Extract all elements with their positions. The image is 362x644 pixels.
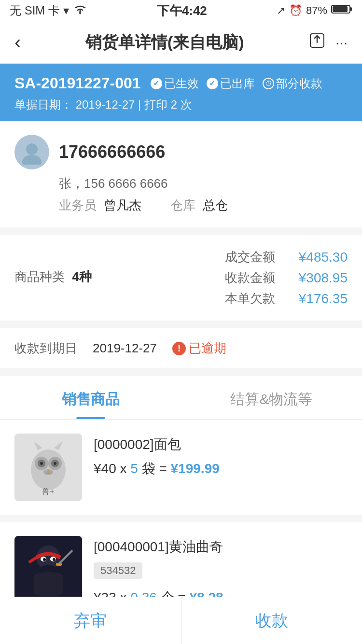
avatar: [14, 135, 49, 169]
stats-row-owed: 本单欠款 ¥176.35: [225, 290, 348, 307]
stats-row-deal: 成交金额 ¥485.30: [225, 249, 348, 266]
badge-activated: ✓ 已生效: [151, 76, 199, 91]
check-icon-1: ✓: [151, 78, 162, 89]
location-icon: ↗: [277, 4, 285, 17]
category-count: 4种: [72, 269, 91, 284]
battery-icon: [331, 4, 352, 17]
svg-rect-2: [350, 7, 352, 11]
stats-left: 商品种类 4种: [14, 249, 92, 307]
stats-row-collected: 收款金额 ¥308.95: [225, 269, 348, 286]
product-info-1: [0000002]面包 ¥40 x 5 袋 = ¥199.99: [94, 434, 348, 478]
tabs-section: 销售商品 结算&物流等: [0, 376, 362, 420]
more-icon[interactable]: ···: [335, 34, 348, 51]
confirm-button[interactable]: 收款: [181, 597, 362, 644]
battery-level: 87%: [306, 4, 327, 17]
order-header: SA-20191227-001 ✓ 已生效 ✓ 已出库 ⏱ 部分收款 单据日期：…: [0, 64, 362, 121]
stats-section: 商品种类 4种 成交金额 ¥485.30 收款金额 ¥308.95 本单欠款 ¥…: [0, 235, 362, 321]
svg-point-24: [43, 558, 46, 561]
cancel-button[interactable]: 弃审: [0, 597, 181, 644]
overdue-label: 收款到期日: [14, 340, 77, 357]
badge-shipped: ✓ 已出库: [207, 76, 255, 91]
svg-point-25: [53, 558, 56, 561]
svg-rect-28: [56, 563, 62, 566]
svg-point-6: [22, 155, 42, 165]
product-tag-2: 534532: [94, 562, 142, 579]
order-meta: 单据日期： 2019-12-27 | 打印 2 次: [14, 97, 348, 112]
svg-point-5: [26, 143, 38, 155]
back-button[interactable]: ‹: [14, 31, 21, 53]
overdue-icon: !: [172, 342, 186, 355]
product-image-2: [14, 536, 82, 603]
sales-label: 业务员 曾凡杰: [59, 197, 141, 214]
product-thumbnail-2: [14, 536, 82, 603]
product-price-1: ¥40 x 5 袋 = ¥199.99: [94, 460, 348, 478]
product-item: 兽+ [0000002]面包 ¥40 x 5 袋 = ¥199.99: [0, 420, 362, 515]
tab-settlement[interactable]: 结算&物流等: [181, 376, 362, 419]
svg-rect-3: [333, 6, 348, 12]
status-right: ↗ ⏰ 87%: [277, 4, 352, 17]
overdue-date: 2019-12-27: [93, 341, 157, 356]
share-icon[interactable]: [308, 32, 326, 53]
status-left: 无 SIM 卡 ▾: [10, 3, 87, 18]
product-image-1: 兽+: [14, 434, 82, 501]
stats-right: 成交金额 ¥485.30 收款金额 ¥308.95 本单欠款 ¥176.35: [225, 249, 348, 307]
nav-left: ‹: [14, 31, 21, 53]
badge-partial-payment: ⏱ 部分收款: [263, 76, 322, 91]
customer-row: 17666666666: [14, 135, 348, 169]
order-id: SA-20191227-001: [14, 74, 141, 92]
status-time: 下午4:42: [157, 2, 207, 19]
category-label: 商品种类 4种: [14, 268, 92, 285]
nav-bar: ‹ 销货单详情(来自电脑) ···: [0, 21, 362, 64]
product-list: 兽+ [0000002]面包 ¥40 x 5 袋 = ¥199.99: [0, 420, 362, 620]
sim-status: 无 SIM 卡 ▾: [10, 3, 69, 18]
order-badges: ✓ 已生效 ✓ 已出库 ⏱ 部分收款: [151, 76, 322, 91]
alarm-icon: ⏰: [289, 4, 302, 17]
tab-sales-products[interactable]: 销售商品: [0, 376, 181, 419]
overdue-badge: ! 已逾期: [172, 340, 226, 357]
page-title: 销货单详情(来自电脑): [85, 31, 244, 54]
product-info-2: [000400001]黄油曲奇 534532 ¥23 x 0.36 个 = ¥8…: [94, 536, 348, 607]
customer-meta: 业务员 曾凡杰 仓库 总仓: [59, 197, 348, 214]
warehouse-label: 仓库 总仓: [170, 197, 228, 214]
check-icon-2: ✓: [207, 78, 218, 89]
overdue-section: 收款到期日 2019-12-27 ! 已逾期: [0, 328, 362, 368]
svg-point-0: [79, 12, 81, 14]
wifi-icon: [73, 4, 87, 17]
customer-section: 17666666666 张，156 6666 6666 业务员 曾凡杰 仓库 总…: [0, 121, 362, 227]
svg-point-13: [40, 462, 43, 465]
customer-name-phone: 张，156 6666 6666: [59, 175, 348, 192]
product-name-1: [0000002]面包: [94, 435, 348, 454]
product-name-2: [000400001]黄油曲奇: [94, 538, 348, 556]
svg-point-14: [54, 462, 56, 465]
clock-icon: ⏱: [263, 78, 274, 89]
customer-phone: 17666666666: [59, 142, 165, 162]
status-bar: 无 SIM 卡 ▾ 下午4:42 ↗ ⏰ 87%: [0, 0, 362, 21]
bottom-bar: 弃审 收款: [0, 597, 362, 644]
nav-right: ···: [308, 32, 348, 53]
svg-text:兽+: 兽+: [42, 487, 54, 495]
